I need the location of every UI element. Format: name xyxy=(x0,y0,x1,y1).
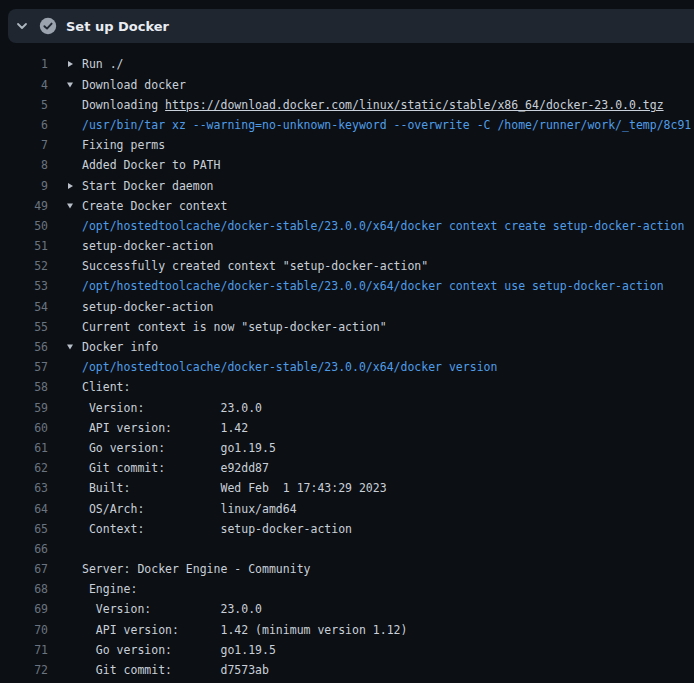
log-line: 7Fixing perms xyxy=(0,135,694,155)
log-line: 54setup-docker-action xyxy=(0,297,694,317)
log-text: Built: Wed Feb 1 17:43:29 2023 xyxy=(82,481,387,495)
line-number[interactable]: 71 xyxy=(0,640,48,660)
log-text: Engine: xyxy=(82,582,137,596)
log-text: Docker info xyxy=(82,340,158,354)
log-line: 68 Engine: xyxy=(0,579,694,599)
line-number[interactable]: 62 xyxy=(0,458,48,478)
line-number[interactable]: 52 xyxy=(0,256,48,276)
log-line: 67Server: Docker Engine - Community xyxy=(0,559,694,579)
chevron-down-icon[interactable] xyxy=(67,203,73,208)
log-text: Fixing perms xyxy=(82,138,165,152)
log-group-line[interactable]: 56Docker info xyxy=(0,337,694,357)
log-group-line[interactable]: 4Download docker xyxy=(0,75,694,95)
log-text: OS/Arch: linux/amd64 xyxy=(82,502,297,516)
line-number[interactable]: 63 xyxy=(0,478,48,498)
log-text: Version: 23.0.0 xyxy=(82,602,262,616)
command-text: /opt/hostedtoolcache/docker-stable/23.0.… xyxy=(82,360,497,374)
log-text: Go version: go1.19.5 xyxy=(82,643,276,657)
log-text: setup-docker-action xyxy=(82,300,214,314)
log-text: Run ./ xyxy=(82,57,124,71)
log-line: 66 xyxy=(0,539,694,559)
chevron-right-icon[interactable] xyxy=(68,61,73,67)
log-line: 62 Git commit: e92dd87 xyxy=(0,458,694,478)
log-text: API version: 1.42 (minimum version 1.12) xyxy=(82,623,407,637)
log-line: 52Successfully created context "setup-do… xyxy=(0,256,694,276)
log-link[interactable]: https://download.docker.com/linux/static… xyxy=(165,98,664,112)
log-group-line[interactable]: 1Run ./ xyxy=(0,54,694,74)
log-text: Start Docker daemon xyxy=(82,179,214,193)
log-text: setup-docker-action xyxy=(82,239,214,253)
line-number[interactable]: 1 xyxy=(0,54,48,74)
line-number[interactable]: 70 xyxy=(0,620,48,640)
log-line: 70 API version: 1.42 (minimum version 1.… xyxy=(0,620,694,640)
log-line: 6/usr/bin/tar xz --warning=no-unknown-ke… xyxy=(0,115,694,135)
line-number[interactable]: 51 xyxy=(0,236,48,256)
chevron-down-icon[interactable] xyxy=(16,19,28,33)
log-line: 59 Version: 23.0.0 xyxy=(0,398,694,418)
chevron-down-icon[interactable] xyxy=(67,345,73,350)
line-number[interactable]: 67 xyxy=(0,559,48,579)
log-text: Current context is now "setup-docker-act… xyxy=(82,320,387,334)
line-number[interactable]: 65 xyxy=(0,519,48,539)
log-text: Downloading xyxy=(82,98,165,112)
line-number[interactable]: 54 xyxy=(0,297,48,317)
log-text: Successfully created context "setup-dock… xyxy=(82,259,428,273)
log-line: 51setup-docker-action xyxy=(0,236,694,256)
chevron-down-icon[interactable] xyxy=(67,82,73,87)
line-number[interactable]: 8 xyxy=(0,155,48,175)
line-number[interactable]: 61 xyxy=(0,438,48,458)
line-number[interactable]: 9 xyxy=(0,176,48,196)
log-group-line[interactable]: 49Create Docker context xyxy=(0,196,694,216)
log-line: 50/opt/hostedtoolcache/docker-stable/23.… xyxy=(0,216,694,236)
line-number[interactable]: 4 xyxy=(0,75,48,95)
command-text: /usr/bin/tar xz --warning=no-unknown-key… xyxy=(82,118,691,132)
log-group-line[interactable]: 9Start Docker daemon xyxy=(0,176,694,196)
line-number[interactable]: 64 xyxy=(0,499,48,519)
line-number[interactable]: 66 xyxy=(0,539,48,559)
line-number[interactable]: 59 xyxy=(0,398,48,418)
log-line: 72 Git commit: d7573ab xyxy=(0,660,694,680)
log-line: 5Downloading https://download.docker.com… xyxy=(0,95,694,115)
line-number[interactable]: 69 xyxy=(0,599,48,619)
line-number[interactable]: 7 xyxy=(0,135,48,155)
step-title: Set up Docker xyxy=(66,19,169,34)
line-number[interactable]: 72 xyxy=(0,660,48,680)
log-text: Download docker xyxy=(82,78,186,92)
log-text: Git commit: e92dd87 xyxy=(82,461,269,475)
line-number[interactable]: 5 xyxy=(0,95,48,115)
line-number[interactable]: 68 xyxy=(0,579,48,599)
line-number[interactable]: 55 xyxy=(0,317,48,337)
log-line: 53/opt/hostedtoolcache/docker-stable/23.… xyxy=(0,276,694,296)
line-number[interactable]: 56 xyxy=(0,337,48,357)
line-number[interactable]: 53 xyxy=(0,276,48,296)
log-line: 71 Go version: go1.19.5 xyxy=(0,640,694,660)
line-number[interactable]: 6 xyxy=(0,115,48,135)
log-text: Client: xyxy=(82,380,130,394)
log-line: 63 Built: Wed Feb 1 17:43:29 2023 xyxy=(0,478,694,498)
log-text: Added Docker to PATH xyxy=(82,158,220,172)
log-line: 69 Version: 23.0.0 xyxy=(0,599,694,619)
log-text: Git commit: d7573ab xyxy=(82,663,269,677)
command-text: /opt/hostedtoolcache/docker-stable/23.0.… xyxy=(82,219,684,233)
step-header[interactable]: Set up Docker xyxy=(8,9,694,43)
log-text: Context: setup-docker-action xyxy=(82,522,352,536)
log-text: Create Docker context xyxy=(82,199,227,213)
log-line: 57/opt/hostedtoolcache/docker-stable/23.… xyxy=(0,357,694,377)
log-text: API version: 1.42 xyxy=(82,421,248,435)
line-number[interactable]: 60 xyxy=(0,418,48,438)
log-line: 60 API version: 1.42 xyxy=(0,418,694,438)
log-line: 61 Go version: go1.19.5 xyxy=(0,438,694,458)
line-number[interactable]: 58 xyxy=(0,377,48,397)
log: 1Run ./4Download docker5Downloading http… xyxy=(0,54,694,680)
command-text: /opt/hostedtoolcache/docker-stable/23.0.… xyxy=(82,279,664,293)
log-text: Go version: go1.19.5 xyxy=(82,441,276,455)
line-number[interactable]: 49 xyxy=(0,196,48,216)
log-line: 64 OS/Arch: linux/amd64 xyxy=(0,499,694,519)
line-number[interactable]: 57 xyxy=(0,357,48,377)
chevron-right-icon[interactable] xyxy=(68,183,73,189)
log-line: 65 Context: setup-docker-action xyxy=(0,519,694,539)
line-number[interactable]: 50 xyxy=(0,216,48,236)
success-check-icon xyxy=(39,17,57,35)
log-text: Downloading https://download.docker.com/… xyxy=(82,98,664,112)
log-text: Server: Docker Engine - Community xyxy=(82,562,310,576)
